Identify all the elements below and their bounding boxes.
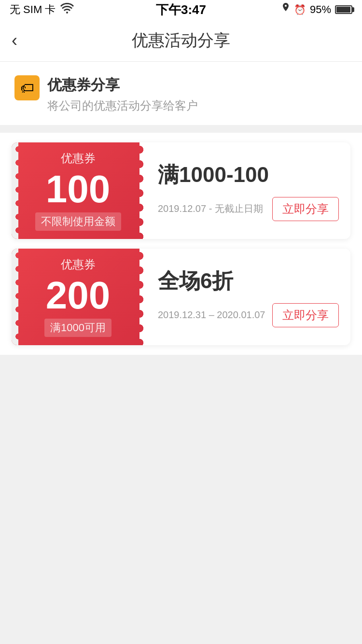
coupon-card-1: 优惠券 100 不限制使用金额 满1000-100 2019.12.07 - 无…: [12, 142, 350, 239]
section-subtitle: 将公司的优惠活动分享给客户: [47, 98, 198, 113]
coupon-label-1: 优惠券: [61, 151, 96, 166]
coupon-left-1: 优惠券 100 不限制使用金额: [12, 142, 144, 239]
nav-bar: ‹ 优惠活动分享: [0, 19, 362, 62]
coupon-edge-2: [12, 249, 18, 345]
coupon-condition-1: 不限制使用金额: [35, 212, 121, 231]
section-icon: 🏷: [14, 75, 40, 100]
empty-space: [0, 355, 362, 635]
coupon-edge-1: [12, 142, 18, 239]
location-icon: [281, 3, 290, 16]
coupon-label-2: 优惠券: [61, 257, 96, 272]
coupon-name-1: 满1000-100: [158, 161, 339, 189]
coupon-condition-2: 满1000可用: [44, 319, 111, 337]
content-area: 🏷 优惠券分享 将公司的优惠活动分享给客户 优惠券 100 不限制使用金额 满1…: [0, 62, 362, 635]
battery-text: 95%: [310, 3, 331, 16]
status-bar: 无 SIM 卡 下午3:47 ⏰ 95%: [0, 0, 362, 19]
status-right: ⏰ 95%: [281, 3, 352, 16]
coupon-amount-1: 100: [46, 170, 110, 209]
coupon-left-2: 优惠券 200 满1000可用: [12, 249, 144, 345]
wifi-icon: [60, 3, 74, 16]
coupon-amount-2: 200: [46, 276, 110, 315]
section-title: 优惠券分享: [47, 75, 198, 95]
status-left: 无 SIM 卡: [10, 2, 74, 17]
status-time: 下午3:47: [156, 1, 206, 18]
coupon-right-2: 全场6折 2019.12.31 – 2020.01.07 立即分享: [144, 249, 350, 345]
alarm-icon: ⏰: [294, 4, 306, 15]
page-title: 优惠活动分享: [132, 29, 230, 52]
coupon-meta-1: 2019.12.07 - 无截止日期 立即分享: [158, 197, 339, 221]
share-button-2[interactable]: 立即分享: [272, 303, 339, 327]
share-button-1[interactable]: 立即分享: [272, 197, 339, 221]
no-sim-text: 无 SIM 卡: [10, 2, 56, 17]
coupon-name-2: 全场6折: [158, 267, 339, 295]
coupon-card-2: 优惠券 200 满1000可用 全场6折 2019.12.31 – 2020.0…: [12, 249, 350, 345]
coupons-container: 优惠券 100 不限制使用金额 满1000-100 2019.12.07 - 无…: [0, 133, 362, 355]
section-text: 优惠券分享 将公司的优惠活动分享给客户: [47, 75, 198, 113]
coupon-dates-2: 2019.12.31 – 2020.01.07: [158, 309, 266, 321]
coupon-right-1: 满1000-100 2019.12.07 - 无截止日期 立即分享: [144, 142, 350, 239]
coupon-dates-1: 2019.12.07 - 无截止日期: [158, 202, 266, 215]
section-header: 🏷 优惠券分享 将公司的优惠活动分享给客户: [0, 62, 362, 125]
battery-icon: [335, 5, 352, 14]
back-button[interactable]: ‹: [12, 32, 17, 49]
coupon-meta-2: 2019.12.31 – 2020.01.07 立即分享: [158, 303, 339, 327]
